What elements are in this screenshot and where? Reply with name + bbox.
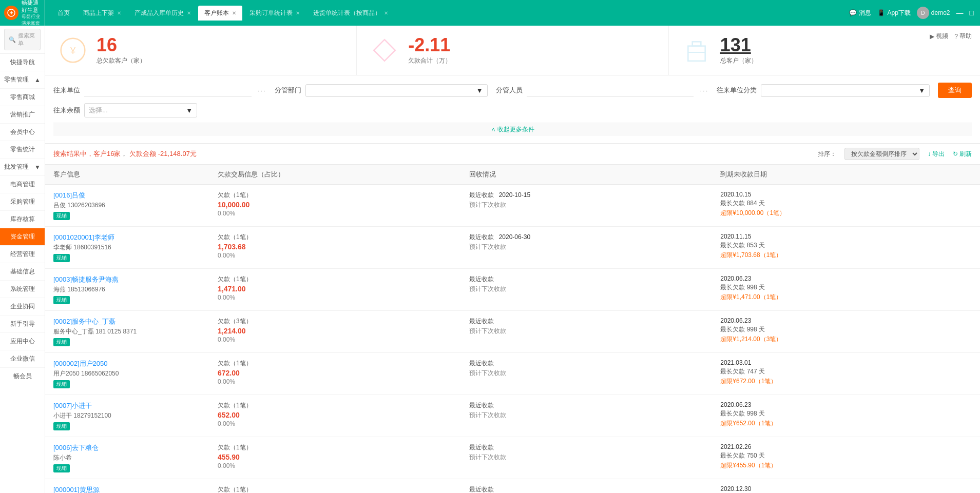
col-overdue: 到期未收款日期 bbox=[720, 170, 972, 179]
help-btn[interactable]: ? 帮助 bbox=[954, 32, 972, 41]
customer-phone-5: 小进干 18279152100 bbox=[53, 411, 218, 420]
customer-tag-2: 现销 bbox=[53, 296, 70, 304]
customer-phone-0: 吕俊 13026203696 bbox=[53, 201, 218, 210]
sidebar-item-retail-mgmt[interactable]: 零售管理▲ bbox=[0, 71, 45, 89]
overdue-amount-4[interactable]: 超限¥672.00（1笔） bbox=[720, 377, 972, 386]
person-dots[interactable]: ··· bbox=[700, 87, 708, 94]
filter-origin-unit: 往来单位 ··· bbox=[53, 84, 266, 96]
window-minimize[interactable]: — bbox=[956, 9, 964, 17]
balance-select[interactable]: 选择... ▼ bbox=[84, 103, 197, 117]
overdue-amount-0[interactable]: 超限¥10,000.00（1笔） bbox=[720, 209, 972, 218]
customer-info-0: [0016]吕俊 吕俊 13026203696 现销 bbox=[53, 191, 218, 220]
overdue-info-2: 2020.06.23 最长欠款 998 天 超限¥1,471.00（1笔） bbox=[720, 275, 972, 302]
message-btn[interactable]: 💬 消息 bbox=[849, 9, 871, 17]
sidebar-item-stock[interactable]: 库存核算 bbox=[0, 211, 45, 228]
customer-name-4[interactable]: [000002]用户2050 bbox=[53, 359, 218, 368]
refresh-icon: ↻ bbox=[953, 150, 958, 157]
collapse-filters-btn[interactable]: ∧ 收起更多条件 bbox=[53, 123, 972, 136]
sidebar-item-newbie[interactable]: 新手引导 bbox=[0, 315, 45, 333]
debt-info-6: 欠款（1笔） 455.90 0.00% bbox=[218, 443, 469, 469]
customer-name-5[interactable]: [0007]小进干 bbox=[53, 401, 218, 410]
customer-info-3: [0002]服务中心_丁磊 服务中心_丁磊 181 0125 8371 现销 bbox=[53, 317, 218, 346]
customer-info-1: [0001020001]李老师 李老师 18600391516 现销 bbox=[53, 233, 218, 262]
col-debt: 欠款交易信息（占比） bbox=[218, 170, 469, 179]
sidebar-item-capital[interactable]: 资金管理 bbox=[0, 228, 45, 246]
close-tab-prod-history[interactable]: ✕ bbox=[187, 10, 191, 16]
debt-total-number: -2.11 bbox=[408, 36, 451, 54]
sidebar-item-member[interactable]: 会员中心 bbox=[0, 124, 45, 141]
message-icon: 💬 bbox=[849, 9, 857, 16]
sidebar-item-batch-mgmt[interactable]: 批发管理▼ bbox=[0, 159, 45, 176]
overdue-amount-5[interactable]: 超限¥652.00（1笔） bbox=[720, 419, 972, 428]
customer-phone-2: 海燕 18513066976 bbox=[53, 285, 218, 294]
video-btn[interactable]: ▶ 视频 bbox=[930, 32, 948, 41]
overdue-amount-6[interactable]: 超限¥455.90（1笔） bbox=[720, 461, 972, 470]
sidebar-item-retail-stat[interactable]: 零售统计 bbox=[0, 141, 45, 159]
origin-unit-dots[interactable]: ··· bbox=[258, 87, 266, 94]
app-download-btn[interactable]: 📱 App下载 bbox=[877, 9, 910, 17]
dept-select[interactable]: ▼ bbox=[305, 84, 488, 97]
customer-name-3[interactable]: [0002]服务中心_丁磊 bbox=[53, 317, 218, 326]
customer-phone-6: 陈小希 bbox=[53, 453, 218, 462]
table-row: [0003]畅捷服务尹海燕 海燕 18513066976 现销 欠款（1笔） 1… bbox=[45, 269, 980, 311]
sidebar-item-basic[interactable]: 基础信息 bbox=[0, 263, 45, 281]
debt-info-2: 欠款（1笔） 1,471.00 0.00% bbox=[218, 275, 469, 301]
customer-phone-3: 服务中心_丁磊 181 0125 8371 bbox=[53, 327, 218, 336]
search-menu-btn[interactable]: 🔍 搜索菜单 bbox=[4, 29, 41, 50]
result-info: 搜索结果中，客户16家， 欠款金额 -21,148.07元 bbox=[53, 149, 197, 159]
window-maximize[interactable]: □ bbox=[970, 9, 974, 17]
table-header: 客户信息 欠款交易信息（占比） 回收情况 到期未收款日期 bbox=[45, 165, 980, 185]
close-tab-purchase-stat[interactable]: ✕ bbox=[384, 10, 388, 16]
customer-phone-4: 用户2050 18665062050 bbox=[53, 369, 218, 378]
close-tab-purchase-order[interactable]: ✕ bbox=[296, 10, 300, 16]
sidebar-item-ecommerce[interactable]: 电商管理 bbox=[0, 176, 45, 193]
debt-amount-2: 1,471.00 bbox=[218, 285, 469, 293]
tab-prod-history[interactable]: 产成品入库单历史 ✕ bbox=[128, 6, 197, 21]
overdue-amount-3[interactable]: 超限¥1,214.00（3笔） bbox=[720, 335, 972, 344]
sidebar-item-purchase[interactable]: 采购管理 bbox=[0, 193, 45, 211]
sidebar-item-system[interactable]: 系统管理 bbox=[0, 281, 45, 298]
close-tab-customer-account[interactable]: ✕ bbox=[232, 10, 236, 16]
refresh-btn[interactable]: ↻ 刷新 bbox=[953, 150, 972, 159]
total-customers-label: 总客户（家） bbox=[720, 56, 757, 65]
sort-select[interactable]: 按欠款金额倒序排序 bbox=[844, 148, 919, 160]
sidebar-item-enterprise[interactable]: 企业协同 bbox=[0, 298, 45, 315]
table-row: [0001020001]李老师 李老师 18600391516 现销 欠款（1笔… bbox=[45, 227, 980, 269]
debt-info-3: 欠款（3笔） 1,214.00 0.00% bbox=[218, 317, 469, 343]
close-tab-products-off[interactable]: ✕ bbox=[117, 10, 121, 16]
filter-row-1: 往来单位 ··· 分管部门 ▼ 分管人员 ··· 往来 bbox=[53, 83, 972, 98]
customer-name-6[interactable]: [0006]去下粮仓 bbox=[53, 443, 218, 452]
sidebar-item-wecom[interactable]: 企业微信 bbox=[0, 350, 45, 368]
customer-name-2[interactable]: [0003]畅捷服务尹海燕 bbox=[53, 275, 218, 284]
sidebar-item-vip[interactable]: 畅会员 bbox=[0, 368, 45, 385]
overdue-amount-2[interactable]: 超限¥1,471.00（1笔） bbox=[720, 293, 972, 302]
person-input[interactable] bbox=[527, 84, 694, 96]
user-avatar[interactable]: D demo2 bbox=[917, 7, 950, 19]
app-sub: 母婴行业演示账套 bbox=[22, 13, 41, 27]
search-button[interactable]: 查询 bbox=[938, 83, 972, 98]
unit-category-select[interactable]: ▼ bbox=[761, 84, 930, 97]
tab-purchase-stat[interactable]: 进货单统计表（按商品） ✕ bbox=[307, 6, 394, 21]
sidebar-quick-nav[interactable]: 快捷导航 bbox=[0, 54, 45, 71]
app-name: 畅捷通好生意 bbox=[22, 0, 41, 13]
sidebar-item-marketing[interactable]: 营销推广 bbox=[0, 106, 45, 124]
sidebar-item-retail-mall[interactable]: 零售商城 bbox=[0, 89, 45, 106]
sidebar-item-app-center[interactable]: 应用中心 bbox=[0, 333, 45, 350]
origin-unit-input[interactable] bbox=[84, 84, 252, 96]
export-btn[interactable]: ↓ 导出 bbox=[928, 150, 945, 159]
total-customers-number: 131 bbox=[720, 36, 757, 54]
tab-customer-account[interactable]: 客户账本 ✕ bbox=[198, 6, 242, 21]
filter-balance: 往来余额 选择... ▼ bbox=[53, 103, 197, 117]
sidebar: 畅捷通好生意 母婴行业演示账套 🔍 搜索菜单 快捷导航 零售管理▲ 零售商城 营… bbox=[0, 0, 45, 493]
tab-purchase-order[interactable]: 采购订单统计表 ✕ bbox=[243, 6, 306, 21]
tab-products-off[interactable]: 商品上下架 ✕ bbox=[77, 6, 127, 21]
tab-home[interactable]: 首页 bbox=[51, 6, 76, 21]
sidebar-item-operations[interactable]: 经营管理 bbox=[0, 246, 45, 263]
chevron-down-icon3: ▼ bbox=[186, 107, 193, 114]
overdue-amount-1[interactable]: 超限¥1,703.68（1笔） bbox=[720, 251, 972, 260]
result-actions: 排序： 按欠款金额倒序排序 ↓ 导出 ↻ 刷新 bbox=[818, 148, 972, 160]
customer-name-0[interactable]: [0016]吕俊 bbox=[53, 191, 218, 200]
svg-text:¥: ¥ bbox=[70, 45, 76, 56]
customer-name-7[interactable]: [000001]黄思源 bbox=[53, 485, 218, 493]
customer-name-1[interactable]: [0001020001]李老师 bbox=[53, 233, 218, 242]
